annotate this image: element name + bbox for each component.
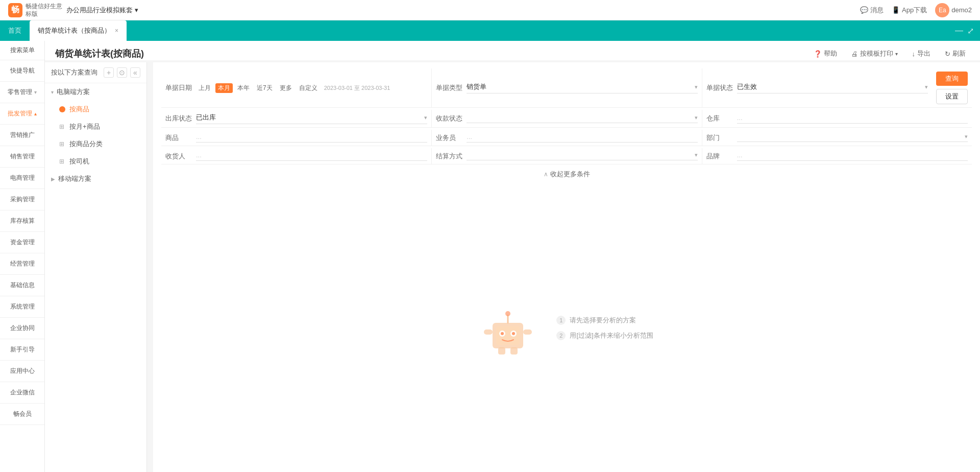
help-button[interactable]: ❓ 帮助 bbox=[810, 47, 841, 60]
tab-sales-stats[interactable]: 销货单统计表（按商品） × bbox=[30, 20, 127, 41]
receipt-status-dropdown-icon: ▾ bbox=[695, 114, 698, 121]
out-status-input[interactable]: 已出库 ▾ bbox=[196, 113, 427, 124]
topbar-right: 💬 消息 📱 App下载 Ea demo2 bbox=[860, 3, 972, 17]
page-header: 销货单统计表(按商品) ❓ 帮助 🖨 按模板打印 ▾ ↓ 导出 ↻ 刷新 bbox=[45, 41, 980, 60]
brand-input[interactable]: ... bbox=[737, 151, 968, 161]
filter-cell-receiver: 收货人 ... bbox=[161, 148, 431, 164]
tree-item-pc-scheme[interactable]: ▾ 电脑端方案 bbox=[45, 83, 146, 101]
chevron-down-icon: ▾ bbox=[34, 89, 37, 95]
filter-cell-doc-type: 单据类型 销货单 ▾ bbox=[431, 68, 701, 108]
sidebar-item-retail[interactable]: 零售管理 ▾ bbox=[0, 82, 44, 103]
tab-expand-button[interactable]: ⤢ bbox=[967, 26, 974, 36]
date-tab-7days[interactable]: 近7天 bbox=[254, 83, 275, 93]
sales-staff-label: 业务员 bbox=[436, 133, 467, 143]
sidebar-quick-nav[interactable]: 快捷导航 bbox=[0, 60, 44, 82]
logo-area: 畅 畅捷信好生意 标版 bbox=[8, 3, 62, 17]
sidebar-item-basic[interactable]: 基础信息 bbox=[0, 275, 44, 296]
doc-status-label: 单据状态 bbox=[706, 83, 737, 92]
svg-point-4 bbox=[501, 332, 504, 335]
action-buttons: 查询 设置 bbox=[936, 72, 968, 104]
doc-type-dropdown-icon: ▾ bbox=[695, 84, 698, 90]
setting-button[interactable]: 设置 bbox=[936, 89, 968, 104]
tab-home[interactable]: 首页 bbox=[0, 20, 30, 41]
sidebar-item-inventory[interactable]: 库存核算 bbox=[0, 210, 44, 232]
tree-item-by-goods[interactable]: 按商品 bbox=[45, 101, 146, 118]
sidebar-item-wechat[interactable]: 企业微信 bbox=[0, 382, 44, 404]
date-filter-controls: 上月 本月 本年 近7天 更多 自定义 2023-03-01 至 2023-03… bbox=[196, 83, 427, 93]
sidebar-item-enterprise[interactable]: 企业协同 bbox=[0, 318, 44, 339]
tree-item-by-goods-category[interactable]: ⊞ 按商品分类 bbox=[45, 135, 146, 153]
grid-icon-3: ⊞ bbox=[59, 158, 64, 165]
date-tab-this-year[interactable]: 本年 bbox=[235, 83, 252, 93]
doc-type-value: 销货单 bbox=[467, 82, 486, 91]
tip-text-2: 用[过滤]条件来缩小分析范围 bbox=[570, 331, 653, 340]
empty-state: 1 请先选择要分析的方案 2 用[过滤]条件来缩小分析范围 bbox=[153, 184, 980, 472]
sidebar-item-purchase[interactable]: 采购管理 bbox=[0, 189, 44, 210]
sidebar-item-marketing[interactable]: 营销推广 bbox=[0, 125, 44, 146]
filter-cell-out-status: 出库状态 已出库 ▾ bbox=[161, 110, 431, 128]
sidebar-item-wholesale[interactable]: 批发管理 ▴ bbox=[0, 103, 44, 125]
doc-type-input[interactable]: 销货单 ▾ bbox=[467, 82, 697, 93]
settle-dropdown-icon: ▾ bbox=[695, 152, 698, 158]
settle-label: 结算方式 bbox=[436, 152, 467, 161]
goods-input[interactable]: ... bbox=[196, 133, 427, 143]
circle-icon bbox=[59, 106, 65, 112]
collapse-panel-button[interactable]: « bbox=[130, 67, 140, 78]
sidebar-item-system[interactable]: 系统管理 bbox=[0, 296, 44, 318]
workspace-selector[interactable]: 办公用品行业模拟账套 ▾ bbox=[66, 6, 138, 15]
print-button[interactable]: 🖨 按模板打印 ▾ bbox=[847, 47, 902, 60]
filter-section: 单据日期 上月 本月 本年 近7天 更多 自定义 2023-03-01 至 20… bbox=[153, 62, 980, 184]
sidebar-item-newbie[interactable]: 新手引导 bbox=[0, 339, 44, 361]
tree-item-by-driver[interactable]: ⊞ 按司机 bbox=[45, 153, 146, 170]
sidebar-search[interactable]: 搜索菜单 bbox=[0, 41, 44, 60]
collapse-icon: ∧ bbox=[544, 171, 548, 178]
date-range-display: 2023-03-01 至 2023-03-31 bbox=[324, 84, 390, 92]
date-tab-custom[interactable]: 自定义 bbox=[297, 83, 320, 93]
add-scheme-button[interactable]: + bbox=[104, 67, 114, 78]
user-menu[interactable]: Ea demo2 bbox=[935, 3, 972, 17]
download-icon: 📱 bbox=[892, 6, 900, 14]
dept-input[interactable]: ▾ bbox=[737, 133, 968, 142]
out-status-label: 出库状态 bbox=[165, 114, 196, 123]
filter-cell-goods: 商品 ... bbox=[161, 130, 431, 146]
message-button[interactable]: 💬 消息 bbox=[860, 6, 884, 15]
refresh-button[interactable]: ↻ 刷新 bbox=[941, 47, 970, 60]
out-status-dropdown-icon: ▾ bbox=[424, 114, 427, 121]
out-status-value: 已出库 bbox=[196, 113, 216, 122]
date-tab-more[interactable]: 更多 bbox=[277, 83, 295, 93]
collapse-filter-button[interactable]: ∧ 收起更多条件 bbox=[161, 167, 972, 182]
receiver-input[interactable]: ... bbox=[196, 151, 427, 161]
svg-point-7 bbox=[505, 311, 510, 316]
export-button[interactable]: ↓ 导出 bbox=[908, 47, 935, 60]
date-tab-last-month[interactable]: 上月 bbox=[196, 83, 213, 93]
doc-status-input[interactable]: 已生效 ▾ bbox=[737, 82, 928, 93]
avatar: Ea bbox=[935, 3, 949, 17]
date-tab-this-month[interactable]: 本月 bbox=[215, 83, 233, 93]
left-panel: 按以下方案查询 + ⊙ « ▾ bbox=[45, 62, 147, 472]
warehouse-dots: ... bbox=[737, 114, 743, 122]
tree-item-by-month-goods[interactable]: ⊞ 按月+商品 bbox=[45, 118, 146, 135]
tab-close-button[interactable]: × bbox=[115, 27, 118, 34]
sidebar-item-operation[interactable]: 经营管理 bbox=[0, 253, 44, 275]
warehouse-input[interactable]: ... bbox=[737, 114, 968, 124]
filter-row-2: 出库状态 已出库 ▾ 收款状态 ▾ bbox=[161, 110, 972, 128]
tree-item-mobile-scheme[interactable]: ▶ 移动端方案 bbox=[45, 170, 146, 187]
settle-input[interactable]: ▾ bbox=[467, 152, 697, 160]
receipt-status-input[interactable]: ▾ bbox=[467, 114, 697, 123]
sales-staff-input[interactable]: ... bbox=[467, 133, 697, 143]
sidebar-item-sales[interactable]: 销售管理 bbox=[0, 146, 44, 168]
message-icon: 💬 bbox=[860, 6, 868, 14]
svg-rect-1 bbox=[496, 326, 520, 345]
doc-type-label: 单据类型 bbox=[436, 83, 467, 92]
warehouse-label: 仓库 bbox=[706, 114, 737, 123]
sidebar-item-apps[interactable]: 应用中心 bbox=[0, 361, 44, 382]
sidebar-item-ecommerce[interactable]: 电商管理 bbox=[0, 168, 44, 189]
tab-minimize-button[interactable]: — bbox=[955, 26, 963, 35]
date-label: 单据日期 bbox=[165, 83, 196, 92]
query-button[interactable]: 查询 bbox=[936, 72, 968, 86]
sidebar-item-finance[interactable]: 资金管理 bbox=[0, 232, 44, 253]
filter-cell-receipt-status: 收款状态 ▾ bbox=[431, 110, 701, 128]
app-download-button[interactable]: 📱 App下载 bbox=[892, 6, 927, 15]
scheme-settings-button[interactable]: ⊙ bbox=[117, 67, 127, 78]
sidebar-item-member[interactable]: 畅会员 bbox=[0, 404, 44, 425]
